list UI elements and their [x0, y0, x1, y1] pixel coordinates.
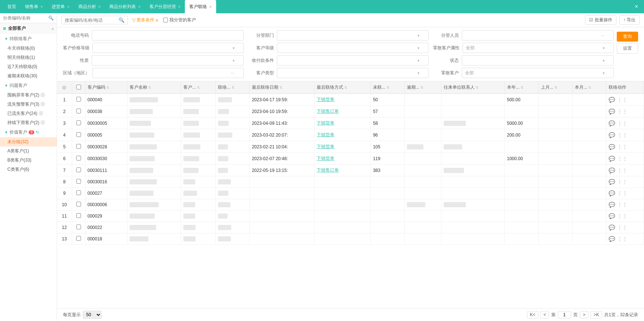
- method-link[interactable]: 下销货单: [317, 97, 334, 102]
- retail-customer-select[interactable]: 全部 ▾: [462, 68, 614, 78]
- method-link[interactable]: 下销售订单: [317, 167, 339, 173]
- phone-input[interactable]: [92, 30, 244, 40]
- payment-select[interactable]: ▾: [277, 55, 429, 66]
- row-select-checkbox[interactable]: [76, 156, 81, 160]
- method-link[interactable]: 下销货单: [317, 144, 334, 149]
- all-customers-header[interactable]: ⊞ 全部客户 «: [0, 23, 57, 34]
- row-select-checkbox[interactable]: [76, 97, 81, 102]
- sidebar-item-class-a[interactable]: A类客户(1): [0, 147, 57, 156]
- method-link[interactable]: 下销货单: [317, 156, 334, 161]
- nav-tab-analysis-list[interactable]: 商品分析列表 ×: [105, 0, 145, 13]
- sidebar-item-tomorrow[interactable]: 明天待联络(1): [0, 53, 57, 62]
- message-icon[interactable]: 💬: [609, 109, 615, 114]
- sidebar-item-overdue[interactable]: 逾期未联络(30): [0, 71, 57, 81]
- category-search-input[interactable]: [3, 15, 47, 21]
- method-link[interactable]: 下销货单: [317, 120, 334, 126]
- more-actions-icon[interactable]: ⋮⋮: [617, 213, 627, 219]
- more-actions-icon[interactable]: ⋮⋮: [617, 202, 627, 208]
- row-select-checkbox[interactable]: [76, 236, 81, 241]
- nav-tab-customer-segment[interactable]: 客户分层经营 ×: [145, 0, 185, 13]
- nature-select[interactable]: ▾: [92, 55, 244, 66]
- last-page-button[interactable]: >K: [591, 311, 602, 318]
- row-select-checkbox[interactable]: [76, 120, 81, 125]
- close-icon[interactable]: ×: [41, 4, 43, 9]
- status-select[interactable]: ▾: [462, 55, 614, 66]
- close-icon[interactable]: ×: [209, 4, 211, 9]
- manager-select[interactable]: ···: [462, 30, 614, 40]
- group-problem-customers[interactable]: ▼ 问题客户: [0, 81, 57, 91]
- row-select-checkbox[interactable]: [76, 144, 81, 149]
- message-icon[interactable]: 💬: [609, 132, 615, 138]
- row-select-checkbox[interactable]: [76, 190, 81, 195]
- prev-page-button[interactable]: <: [541, 311, 549, 318]
- more-actions-icon[interactable]: ⋮⋮: [617, 225, 627, 230]
- reset-button[interactable]: 设置: [617, 43, 638, 54]
- message-icon[interactable]: 💬: [609, 202, 615, 208]
- close-icon[interactable]: ×: [138, 4, 140, 9]
- message-icon[interactable]: 💬: [609, 156, 615, 162]
- more-actions-icon[interactable]: ⋮⋮: [617, 144, 627, 150]
- nav-tab-sales[interactable]: 销售单 ×: [21, 0, 47, 13]
- sidebar-item-abnormal-hoarding[interactable]: 囤购异常客户(2) ⓪: [0, 91, 57, 100]
- method-link[interactable]: 下销货单: [317, 132, 334, 137]
- page-number-input[interactable]: [558, 311, 571, 318]
- close-icon[interactable]: ×: [98, 4, 101, 9]
- group-pending-contact[interactable]: ▼ 待联络客户: [0, 34, 57, 44]
- row-select-checkbox[interactable]: [76, 109, 81, 113]
- nav-tab-home[interactable]: 首页: [3, 0, 21, 13]
- sidebar-item-class-c[interactable]: C类客户(6): [0, 165, 57, 174]
- close-icon[interactable]: ×: [67, 4, 69, 9]
- batch-op-button[interactable]: ☑ 批量操作: [585, 15, 616, 25]
- more-actions-icon[interactable]: ⋮⋮: [617, 179, 627, 185]
- more-conditions-button[interactable]: ▽ 更多条件 ∧: [132, 17, 159, 23]
- more-actions-icon[interactable]: ⋮⋮: [617, 120, 627, 126]
- settings-icon[interactable]: ⚙: [62, 85, 67, 91]
- nav-tab-purchase[interactable]: 进货单 ×: [47, 0, 74, 13]
- more-actions-icon[interactable]: ⋮⋮: [617, 167, 627, 173]
- row-select-checkbox[interactable]: [76, 225, 81, 229]
- search-icon[interactable]: 🔍: [119, 17, 124, 23]
- sidebar-item-7days[interactable]: 近7天待联络(0): [0, 62, 57, 71]
- row-select-checkbox[interactable]: [76, 132, 81, 137]
- sidebar-item-ungrouped[interactable]: 未分组(32): [0, 137, 57, 147]
- customer-level-select[interactable]: ▾: [277, 43, 429, 53]
- per-page-select[interactable]: 50 100 200: [83, 311, 102, 319]
- collapse-icon[interactable]: «: [52, 27, 54, 31]
- select-all-checkbox[interactable]: [76, 85, 81, 89]
- region-select[interactable]: ···: [92, 68, 244, 78]
- retail-attr-select[interactable]: 全部 ▾: [462, 43, 614, 53]
- message-icon[interactable]: 💬: [609, 144, 615, 150]
- export-button[interactable]: ↑ 导出: [619, 15, 640, 25]
- query-button[interactable]: 查询: [617, 32, 638, 42]
- message-icon[interactable]: 💬: [609, 225, 615, 230]
- message-icon[interactable]: 💬: [609, 120, 615, 126]
- method-link[interactable]: 下销售订单: [317, 109, 339, 114]
- more-actions-icon[interactable]: ⋮⋮: [617, 109, 627, 114]
- message-icon[interactable]: 💬: [609, 190, 615, 196]
- sidebar-search-icon[interactable]: 🔍: [48, 15, 54, 21]
- more-actions-icon[interactable]: ⋮⋮: [617, 97, 627, 103]
- close-icon[interactable]: ×: [178, 4, 180, 9]
- first-page-button[interactable]: K<: [527, 311, 538, 318]
- price-level-select[interactable]: ▾: [92, 43, 244, 53]
- nav-tab-analysis[interactable]: 商品分析 ×: [74, 0, 105, 13]
- sidebar-item-today[interactable]: 今天待联络(0): [0, 44, 57, 53]
- dept-select[interactable]: ▾: [277, 30, 429, 40]
- next-page-button[interactable]: >: [580, 311, 588, 318]
- group-value-customers[interactable]: ▼ 价值客户 8 ↻: [0, 127, 57, 137]
- more-actions-icon[interactable]: ⋮⋮: [617, 132, 627, 138]
- sidebar-item-class-b[interactable]: B类客户(33): [0, 156, 57, 165]
- more-actions-icon[interactable]: ⋮⋮: [617, 156, 627, 162]
- sidebar-item-churn-warning[interactable]: 流失预警客户(3) ⓪: [0, 100, 57, 109]
- nav-tab-customer-contact[interactable]: 客户联络 ×: [185, 0, 216, 13]
- message-icon[interactable]: 💬: [609, 167, 615, 173]
- sidebar-item-declining[interactable]: 持续下滑客户(2) ⓪: [0, 118, 57, 127]
- refresh-icon[interactable]: ↻: [36, 130, 39, 135]
- message-icon[interactable]: 💬: [609, 97, 615, 103]
- customer-type-select[interactable]: ▾: [277, 68, 429, 78]
- more-actions-icon[interactable]: ⋮⋮: [617, 190, 627, 196]
- message-icon[interactable]: 💬: [609, 236, 615, 242]
- my-customers-check[interactable]: [163, 18, 168, 22]
- row-select-checkbox[interactable]: [76, 213, 81, 218]
- row-select-checkbox[interactable]: [76, 167, 81, 172]
